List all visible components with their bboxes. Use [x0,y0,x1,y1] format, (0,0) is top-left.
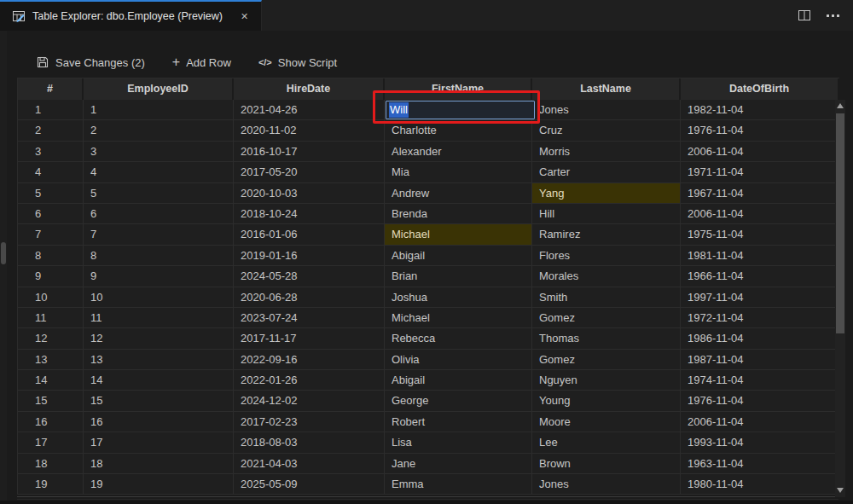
cell-date-of-birth[interactable]: 1975-11-04 [681,224,839,244]
cell-hire-date[interactable]: 2020-11-02 [234,120,385,140]
cell-date-of-birth[interactable]: 1980-11-04 [681,474,839,494]
cell-first-name[interactable]: Brenda [385,204,532,223]
cell-last-name[interactable]: Morris [532,142,681,161]
cell-num[interactable]: 6 [18,204,84,223]
cell-first-name[interactable]: Joshua [385,287,532,307]
vertical-scrollbar[interactable] [835,100,845,497]
cell-hire-date[interactable]: 2021-04-03 [234,454,385,473]
cell-employee-id[interactable]: 15 [84,391,234,410]
cell-employee-id[interactable]: 4 [84,162,234,182]
column-header-rownum[interactable]: # [18,78,84,100]
cell-employee-id[interactable]: 9 [84,266,234,286]
cell-num[interactable]: 17 [18,432,84,452]
cell-hire-date[interactable]: 2018-08-03 [234,432,385,452]
cell-num[interactable]: 14 [18,370,84,390]
cell-last-name[interactable]: Carter [532,162,681,182]
cell-employee-id[interactable]: 14 [84,370,234,390]
column-header-firstname[interactable]: FirstName [385,78,532,100]
cell-employee-id[interactable]: 7 [84,224,234,244]
cell-num[interactable]: 12 [18,328,84,348]
cell-last-name[interactable]: Jones [532,474,681,494]
tab-close-icon[interactable]: ✕ [238,9,251,24]
cell-date-of-birth[interactable]: 2006-11-04 [681,204,839,223]
cell-hire-date[interactable]: 2019-01-16 [234,246,385,265]
add-row-button[interactable]: + Add Row [172,55,231,69]
cell-employee-id[interactable]: 8 [84,246,234,265]
cell-last-name[interactable]: Cruz [532,120,681,140]
cell-hire-date[interactable]: 2024-05-28 [234,266,385,286]
cell-date-of-birth[interactable]: 1993-11-04 [681,432,839,452]
cell-num[interactable]: 5 [18,183,84,203]
scroll-down-icon[interactable] [837,488,844,493]
cell-employee-id[interactable]: 11 [84,308,234,327]
cell-hire-date[interactable]: 2024-12-02 [234,391,385,410]
cell-hire-date[interactable]: 2016-10-17 [234,142,385,161]
cell-first-name[interactable]: Abigail [385,246,532,265]
cell-num[interactable]: 18 [18,454,84,473]
cell-first-name[interactable]: Lisa [385,432,532,452]
cell-date-of-birth[interactable]: 1981-11-04 [681,246,839,265]
cell-date-of-birth[interactable]: 1966-11-04 [681,266,839,286]
cell-hire-date[interactable]: 2018-10-24 [234,204,385,223]
cell-employee-id[interactable]: 12 [84,328,234,348]
cell-last-name[interactable]: Hill [532,204,681,223]
cell-employee-id[interactable]: 13 [84,350,234,369]
cell-first-name[interactable]: Michael [385,224,532,244]
cell-last-name[interactable]: Gomez [532,350,681,369]
cell-last-name[interactable]: Gomez [532,308,681,327]
cell-editor-input[interactable]: Will [386,101,535,119]
cell-first-name[interactable]: Abigail [385,370,532,390]
cell-last-name[interactable]: Thomas [532,328,681,348]
cell-date-of-birth[interactable]: 1963-11-04 [681,454,839,473]
cell-employee-id[interactable]: 1 [84,100,234,119]
cell-last-name[interactable]: Young [532,391,681,410]
cell-last-name[interactable]: Morales [532,266,681,286]
more-actions-icon[interactable] [825,13,841,19]
cell-date-of-birth[interactable]: 1986-11-04 [681,328,839,348]
cell-hire-date[interactable]: 2022-09-16 [234,350,385,369]
cell-date-of-birth[interactable]: 1967-11-04 [681,183,839,203]
cell-employee-id[interactable]: 10 [84,287,234,307]
cell-date-of-birth[interactable]: 2006-11-04 [681,412,839,432]
cell-employee-id[interactable]: 18 [84,454,234,473]
cell-last-name[interactable]: Jones [532,100,681,119]
cell-num[interactable]: 19 [18,474,84,494]
cell-num[interactable]: 4 [18,162,84,182]
cell-hire-date[interactable]: 2016-01-06 [234,224,385,244]
split-editor-icon[interactable] [798,9,811,22]
cell-date-of-birth[interactable]: 1971-11-04 [681,162,839,182]
cell-num[interactable]: 2 [18,120,84,140]
cell-hire-date[interactable]: 2022-01-26 [234,370,385,390]
cell-last-name[interactable]: Smith [532,287,681,307]
cell-date-of-birth[interactable]: 1987-11-04 [681,350,839,369]
cell-num[interactable]: 7 [18,224,84,244]
cell-num[interactable]: 16 [18,412,84,432]
cell-num[interactable]: 10 [18,287,84,307]
scroll-up-icon[interactable] [837,103,844,108]
cell-employee-id[interactable]: 6 [84,204,234,223]
cell-hire-date[interactable]: 2017-11-17 [234,328,385,348]
cell-date-of-birth[interactable]: 1976-11-04 [681,391,839,410]
cell-first-name[interactable]: Emma [385,474,532,494]
cell-last-name[interactable]: Brown [532,454,681,473]
cell-num[interactable]: 13 [18,350,84,369]
cell-date-of-birth[interactable]: 1982-11-04 [681,100,839,119]
cell-last-name[interactable]: Flores [532,246,681,265]
cell-last-name[interactable]: Ramirez [532,224,681,244]
cell-employee-id[interactable]: 5 [84,183,234,203]
save-changes-button[interactable]: Save Changes (2) [36,55,145,69]
cell-last-name[interactable]: Nguyen [532,370,681,390]
cell-date-of-birth[interactable]: 1997-11-04 [681,287,839,307]
cell-hire-date[interactable]: 2020-06-28 [234,287,385,307]
column-header-lastname[interactable]: LastName [532,78,681,100]
cell-last-name[interactable]: Lee [532,432,681,452]
cell-date-of-birth[interactable]: 2006-11-04 [681,142,839,161]
cell-first-name[interactable]: Charlotte [385,120,532,140]
cell-hire-date[interactable]: 2017-05-20 [234,162,385,182]
cell-first-name[interactable]: Mia [385,162,532,182]
cell-first-name[interactable]: Alexander [385,142,532,161]
cell-last-name[interactable]: Yang [532,183,681,203]
cell-first-name[interactable]: Jane [385,454,532,473]
scrollbar-thumb[interactable] [836,113,844,333]
cell-num[interactable]: 8 [18,246,84,265]
